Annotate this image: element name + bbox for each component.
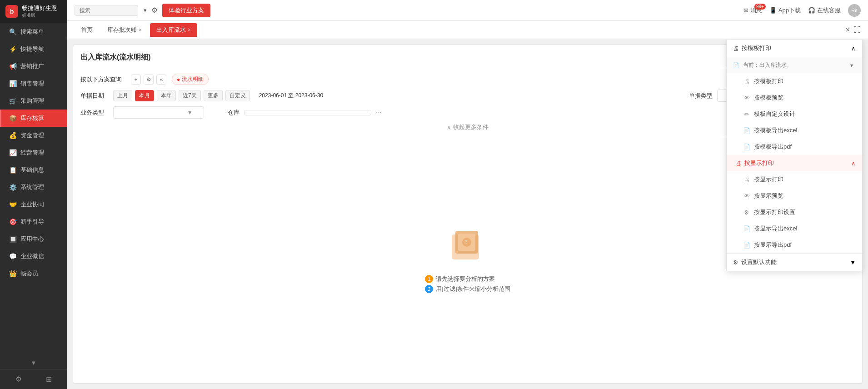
industry-solution-button[interactable]: 体验行业方案: [162, 4, 210, 17]
topbar-search-input[interactable]: [75, 5, 138, 16]
sidebar-item-system-label: 系统管理: [20, 183, 44, 191]
sidebar-item-search-label: 搜索菜单: [20, 28, 44, 36]
tabs-right-controls: × ⛶: [846, 26, 861, 34]
app-download-link[interactable]: 📱 App下载: [769, 6, 801, 15]
sidebar-item-purchase-label: 采购管理: [20, 97, 44, 105]
filter-expand-btn[interactable]: ∧ 收起更多条件: [447, 123, 489, 131]
tab-flow-close[interactable]: ×: [188, 27, 191, 33]
dropdown-template-excel[interactable]: 📄 按模板导出excel: [727, 122, 862, 139]
tab-batch-close[interactable]: ×: [139, 27, 142, 33]
svg-text:?: ?: [464, 239, 468, 245]
sidebar-item-sales[interactable]: 📊 销售管理: [0, 75, 67, 92]
sidebar-nav: 🔍 搜索菜单 ⚡ 快捷导航 📢 营销推广 📊 销售管理 🛒 采购管理 📦 库存核…: [0, 23, 67, 357]
wechat-icon: 💬: [9, 252, 17, 260]
user-avatar[interactable]: Rit: [848, 4, 861, 17]
topbar: ▾ ⚙ 体验行业方案 ✉ 消息 99+ 📱 App下载 🎧 在线客服 Rit: [67, 0, 868, 21]
user-name: Rit: [851, 8, 857, 13]
dropdown-template-design[interactable]: ✏ 模板自定义设计: [727, 106, 862, 122]
date-btn-last-month[interactable]: 上月: [113, 90, 132, 101]
dropdown-display-print[interactable]: 🖨 按显示打印: [727, 171, 862, 188]
tab-flow[interactable]: 出入库流水 ×: [150, 23, 197, 37]
dropdown-display-preview[interactable]: 👁 按显示预览: [727, 188, 862, 204]
warehouse-select[interactable]: [244, 110, 371, 115]
sidebar-settings-btn[interactable]: ⚙: [15, 375, 22, 384]
biz-type-select[interactable]: ▼: [113, 106, 204, 119]
step-1-num: 1: [425, 275, 433, 283]
sidebar-item-operation[interactable]: 📈 经营管理: [0, 144, 67, 161]
date-btn-more[interactable]: 更多: [204, 90, 223, 101]
sidebar-item-apps[interactable]: 🔲 应用中心: [0, 230, 67, 248]
filter-add-btn[interactable]: +: [131, 75, 141, 85]
cart-icon: 🛒: [9, 97, 17, 105]
date-field-label: 单据日期: [80, 92, 108, 100]
search-icon: 🔍: [9, 28, 17, 36]
topbar-search-dropdown[interactable]: ▾: [144, 7, 147, 14]
lightning-icon: ⚡: [9, 45, 17, 53]
dropdown-template-preview[interactable]: 👁 按模板预览: [727, 90, 862, 106]
dropdown-display-pdf[interactable]: 📄 按显示导出pdf: [727, 237, 862, 253]
tab-batch[interactable]: 库存批次账 ×: [101, 23, 148, 37]
dropdown-display-settings[interactable]: ⚙ 按显示打印设置: [727, 204, 862, 220]
dropdown-footer[interactable]: ⚙ 设置默认功能 ▼: [727, 253, 862, 271]
tab-window-close-btn[interactable]: ×: [846, 26, 850, 34]
sidebar-item-inventory[interactable]: 📦 库存核算: [0, 110, 67, 127]
template-pdf-icon: 📄: [743, 143, 750, 150]
sidebar-item-purchase[interactable]: 🛒 采购管理: [0, 92, 67, 110]
gear-icon: ⚙️: [9, 183, 17, 191]
tab-home[interactable]: 首页: [75, 23, 99, 37]
filter-actions: + ⚙ «: [131, 75, 166, 85]
dropdown-current-item[interactable]: 📄 当前：出入库流水 ▾: [727, 57, 862, 73]
online-service-link[interactable]: 🎧 在线客服: [808, 6, 841, 15]
message-badge[interactable]: ✉ 消息 99+: [743, 6, 762, 15]
filter-section-label: 按以下方案查询: [80, 75, 122, 84]
display-section-chevron-up: ∧: [851, 160, 856, 167]
dropdown-template-pdf[interactable]: 📄 按模板导出pdf: [727, 139, 862, 155]
app-download-label: App下载: [778, 6, 801, 15]
sidebar-item-wechat[interactable]: 💬 企业微信: [0, 248, 67, 265]
sidebar-item-basic[interactable]: 📋 基础信息: [0, 161, 67, 179]
sidebar-item-system[interactable]: ⚙️ 系统管理: [0, 179, 67, 196]
sidebar-item-finance[interactable]: 💰 资金管理: [0, 127, 67, 144]
display-print-label: 按显示打印: [754, 175, 783, 184]
dropdown-display-section-header[interactable]: 🖨 按显示打印 ∧: [727, 155, 862, 171]
date-btn-custom[interactable]: 自定义: [225, 90, 250, 101]
dropdown-display-excel[interactable]: 📄 按显示导出excel: [727, 220, 862, 237]
dropdown-main-header[interactable]: 🖨 按模板打印 ∧: [727, 40, 862, 57]
grid-icon: 🔲: [9, 235, 17, 243]
topbar-gear-icon[interactable]: ⚙: [151, 6, 158, 15]
warehouse-more-btn[interactable]: ⋯: [376, 109, 382, 116]
filter-chip[interactable]: ● 流水明细: [172, 74, 209, 85]
filter-collapse-btn[interactable]: «: [156, 75, 166, 85]
sidebar-item-collab[interactable]: 🤝 企业协同: [0, 196, 67, 213]
filter-settings-btn[interactable]: ⚙: [144, 75, 154, 85]
money-icon: 💰: [9, 131, 17, 140]
sidebar-item-guide[interactable]: 🎯 新手引导: [0, 213, 67, 230]
current-doc-arrow: ▾: [850, 62, 853, 69]
tab-maximize-btn[interactable]: ⛶: [853, 26, 861, 34]
display-excel-icon: 📄: [743, 225, 750, 232]
warehouse-label: 仓库: [228, 109, 239, 117]
date-btn-7days[interactable]: 近7天: [179, 90, 201, 101]
sidebar-item-marketing-label: 营销推广: [20, 62, 44, 70]
display-preview-icon: 👁: [743, 192, 750, 199]
sidebar-collapse-btn[interactable]: ⊞: [46, 375, 52, 384]
display-settings-label: 按显示打印设置: [754, 208, 795, 216]
message-count: 99+: [754, 4, 766, 10]
trend-icon: 📈: [9, 149, 17, 157]
sidebar-scroll-down[interactable]: ▼: [0, 357, 67, 369]
template-print-icon: 🖨: [743, 78, 750, 85]
sidebar-item-guide-label: 新手引导: [20, 218, 44, 226]
handshake-icon: 🤝: [9, 200, 17, 209]
sidebar-item-marketing[interactable]: 📢 营销推广: [0, 58, 67, 75]
date-btn-this-month[interactable]: 本月: [135, 90, 154, 101]
sidebar-item-quick-nav[interactable]: ⚡ 快捷导航: [0, 40, 67, 58]
filter-chip-dot: ●: [177, 76, 180, 83]
sidebar-item-search[interactable]: 🔍 搜索菜单: [0, 23, 67, 40]
app-edition: 标准版: [22, 12, 57, 19]
date-btn-this-year[interactable]: 本年: [157, 90, 176, 101]
dropdown-template-print[interactable]: 🖨 按模板打印: [727, 73, 862, 90]
sidebar-item-member[interactable]: 👑 畅会员: [0, 265, 67, 282]
display-pdf-label: 按显示导出pdf: [754, 241, 792, 249]
display-print-icon: 🖨: [743, 176, 750, 183]
phone-icon: 📱: [769, 7, 777, 14]
